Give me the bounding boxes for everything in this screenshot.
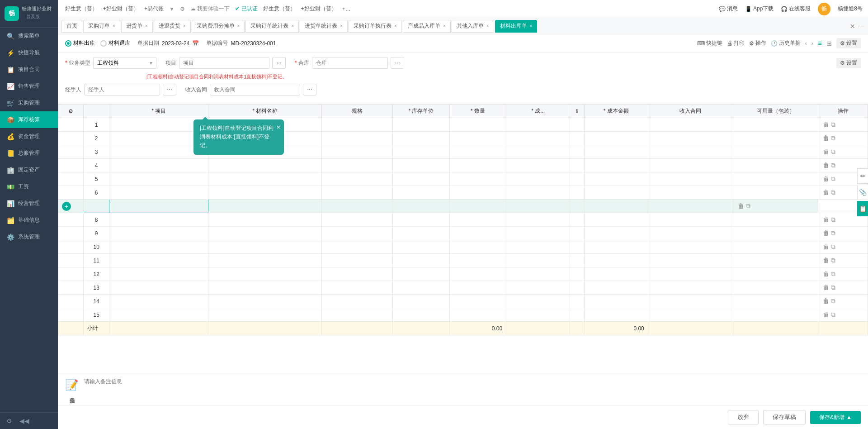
cell-spec[interactable]: [322, 186, 393, 200]
cell-cost[interactable]: [506, 132, 570, 145]
save-new-button[interactable]: 保存&新增 ▲: [810, 411, 861, 424]
delete-row-btn[interactable]: 🗑: [823, 229, 829, 237]
table-container[interactable]: ⚙ * 项目 * 材料名称 规格 * 库存单位 * 数量 * 成... ℹ * …: [58, 104, 868, 373]
cell-cost-amt[interactable]: [584, 186, 648, 200]
cell-spec[interactable]: [322, 308, 393, 322]
cell-material-active[interactable]: [109, 200, 208, 213]
tab-close-icon[interactable]: ×: [394, 24, 397, 29]
sidebar-item-project[interactable]: 📋 项目合同: [0, 61, 58, 78]
top-link-yidz[interactable]: +易代账: [142, 4, 165, 14]
cell-cost-amt[interactable]: [584, 132, 648, 145]
warehouse-ellipsis[interactable]: …: [391, 57, 404, 69]
copy-row-btn[interactable]: ⧉: [746, 202, 750, 210]
cell-material[interactable]: [208, 240, 322, 254]
tab-purchase-in[interactable]: 进货单 ×: [121, 20, 153, 33]
top-link2-hycai[interactable]: +好业财（普）: [299, 4, 339, 14]
tab-purchase-fee[interactable]: 采购费用分摊单 ×: [192, 20, 245, 33]
cell-cost[interactable]: [506, 186, 570, 200]
next-icon[interactable]: ›: [811, 40, 813, 47]
cell-cost[interactable]: [506, 240, 570, 254]
delete-row-btn[interactable]: 🗑: [823, 297, 829, 305]
tab-exec[interactable]: 采购订单执行表 ×: [349, 20, 402, 33]
cell-qty[interactable]: [449, 240, 506, 254]
discard-button[interactable]: 放弃: [728, 410, 759, 424]
cell-income[interactable]: [648, 295, 733, 308]
copy-row-btn[interactable]: ⧉: [831, 243, 835, 250]
project-input[interactable]: [179, 57, 269, 69]
cell-cost-active[interactable]: [449, 200, 506, 213]
project-ellipsis[interactable]: …: [272, 57, 286, 69]
cell-qty[interactable]: [449, 159, 506, 172]
cell-qty[interactable]: [449, 172, 506, 186]
cell-material[interactable]: [208, 254, 322, 267]
top-link2-more[interactable]: +…: [340, 5, 353, 13]
tab-purchase-order[interactable]: 采购订单 ×: [83, 20, 120, 33]
cell-unit[interactable]: [393, 118, 449, 132]
copy-row-btn[interactable]: ⧉: [831, 175, 835, 182]
tab-close-icon[interactable]: ×: [340, 24, 343, 29]
tab-close-icon[interactable]: ×: [183, 24, 186, 29]
cell-cost[interactable]: [506, 308, 570, 322]
cell-cost[interactable]: [506, 254, 570, 267]
cell-cost-amt[interactable]: [584, 118, 648, 132]
cell-spec[interactable]: [322, 240, 393, 254]
cell-spec[interactable]: [322, 145, 393, 159]
remark-input[interactable]: [84, 378, 861, 400]
tab-home[interactable]: 首页: [61, 20, 82, 33]
cell-unit[interactable]: [393, 295, 449, 308]
cell-unit[interactable]: [393, 145, 449, 159]
cell-income[interactable]: [648, 308, 733, 322]
cell-spec[interactable]: [322, 159, 393, 172]
cell-income[interactable]: [648, 267, 733, 281]
delete-row-btn[interactable]: 🗑: [823, 311, 829, 318]
cell-unit[interactable]: [393, 240, 449, 254]
cell-project[interactable]: [109, 267, 208, 281]
cell-income[interactable]: [648, 118, 733, 132]
handler-input[interactable]: [84, 84, 160, 95]
cell-income[interactable]: [648, 240, 733, 254]
add-row-btn[interactable]: +: [62, 202, 71, 211]
cell-income-active[interactable]: [584, 200, 648, 213]
delete-row-btn[interactable]: 🗑: [823, 189, 829, 196]
cell-material[interactable]: [208, 227, 322, 240]
cell-material[interactable]: [208, 281, 322, 295]
copy-row-btn[interactable]: ⧉: [831, 257, 835, 264]
cell-cost[interactable]: [506, 281, 570, 295]
cell-material[interactable]: [208, 159, 322, 172]
cell-cost[interactable]: [506, 213, 570, 227]
copy-row-btn[interactable]: ⧉: [831, 162, 835, 169]
business-type-select[interactable]: 工程领料 ▼: [93, 57, 156, 69]
sidebar-item-quicknav[interactable]: ⚡ 快捷导航: [0, 44, 58, 61]
app-btn[interactable]: 📱 App下载: [745, 5, 774, 13]
cell-material[interactable]: [208, 308, 322, 322]
cell-qty[interactable]: [449, 145, 506, 159]
sidebar-item-purchase[interactable]: 🛒 采购管理: [0, 95, 58, 111]
float-edit-btn[interactable]: ✏: [857, 168, 868, 184]
msg-btn[interactable]: 💬 消息: [719, 5, 738, 13]
cell-material[interactable]: [208, 172, 322, 186]
cell-cost-amt-active[interactable]: [570, 200, 584, 213]
float-green-btn[interactable]: 📋: [857, 201, 868, 216]
tab-close-icon[interactable]: ×: [291, 24, 294, 29]
cell-cost-amt[interactable]: [584, 227, 648, 240]
tab-close-icon[interactable]: ×: [145, 24, 148, 29]
cell-spec[interactable]: [322, 172, 393, 186]
sidebar-item-search[interactable]: 🔍 搜索菜单: [0, 28, 58, 44]
cell-cost[interactable]: [506, 145, 570, 159]
cell-cost[interactable]: [506, 172, 570, 186]
delete-row-btn[interactable]: 🗑: [738, 202, 744, 210]
cell-project[interactable]: [109, 159, 208, 172]
cell-qty[interactable]: [449, 186, 506, 200]
cell-material[interactable]: [208, 295, 322, 308]
settings-icon[interactable]: ⚙: [6, 417, 12, 424]
cell-unit[interactable]: [393, 213, 449, 227]
collapse-icon[interactable]: ◀◀: [19, 417, 29, 424]
tab-purchase-return[interactable]: 进退货货 ×: [154, 20, 191, 33]
top-link2-hsy[interactable]: 好生意（普）: [261, 4, 297, 14]
delete-row-btn[interactable]: 🗑: [823, 175, 829, 182]
cell-qty[interactable]: [449, 308, 506, 322]
copy-row-btn[interactable]: ⧉: [831, 284, 835, 291]
operate-btn[interactable]: ⚙ 操作: [749, 39, 766, 47]
cell-income[interactable]: [648, 186, 733, 200]
cell-cost-amt[interactable]: [584, 281, 648, 295]
